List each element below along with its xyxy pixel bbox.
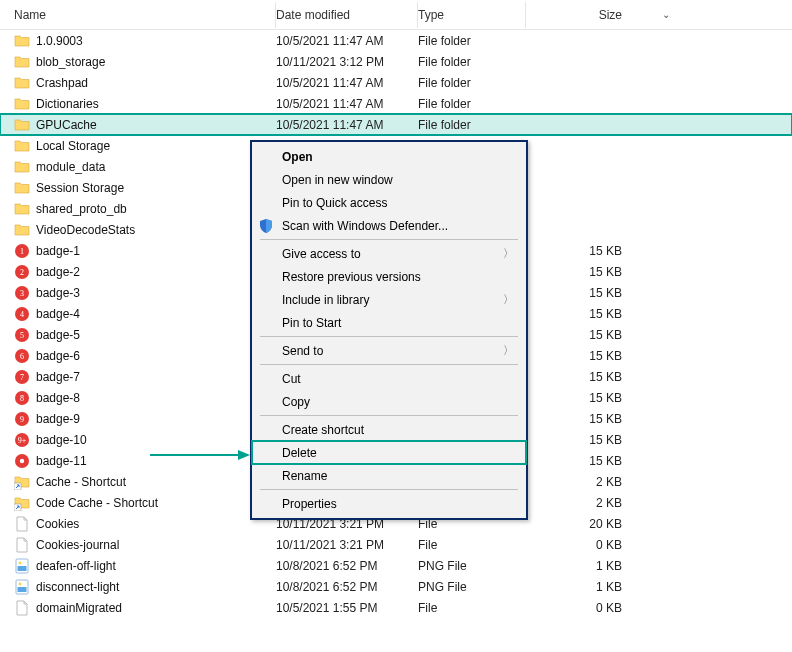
file-row[interactable]: Dictionaries 10/5/2021 11:47 AM File fol… bbox=[0, 93, 792, 114]
file-size-label: 15 KB bbox=[526, 370, 636, 384]
menu-item-label: Restore previous versions bbox=[282, 270, 421, 284]
file-icon bbox=[14, 537, 30, 553]
file-name-label: badge-9 bbox=[36, 412, 80, 426]
file-name-label: Dictionaries bbox=[36, 97, 99, 111]
file-row[interactable]: domainMigrated 10/5/2021 1:55 PM File 0 … bbox=[0, 597, 792, 618]
file-name-label: Crashpad bbox=[36, 76, 88, 90]
badge-icon: 1 bbox=[14, 243, 30, 259]
file-name-label: VideoDecodeStats bbox=[36, 223, 135, 237]
file-date-label: 10/5/2021 11:47 AM bbox=[276, 118, 418, 132]
folder-icon bbox=[14, 33, 30, 49]
file-type-label: File folder bbox=[418, 55, 526, 69]
svg-point-26 bbox=[19, 561, 22, 564]
png-icon bbox=[14, 579, 30, 595]
menu-item-give-access-to[interactable]: Give access to〉 bbox=[252, 242, 526, 265]
menu-item-cut[interactable]: Cut bbox=[252, 367, 526, 390]
file-icon bbox=[14, 600, 30, 616]
file-size-label: 0 KB bbox=[526, 538, 636, 552]
file-size-label: 15 KB bbox=[526, 391, 636, 405]
file-size-label: 2 KB bbox=[526, 475, 636, 489]
folder-icon bbox=[14, 117, 30, 133]
folder-icon bbox=[14, 201, 30, 217]
file-name-label: module_data bbox=[36, 160, 105, 174]
file-row[interactable]: deafen-off-light 10/8/2021 6:52 PM PNG F… bbox=[0, 555, 792, 576]
file-name-label: badge-11 bbox=[36, 454, 87, 468]
file-name-label: blob_storage bbox=[36, 55, 105, 69]
menu-item-label: Give access to bbox=[282, 247, 361, 261]
png-icon bbox=[14, 558, 30, 574]
file-name-label: deafen-off-light bbox=[36, 559, 116, 573]
file-type-label: File folder bbox=[418, 34, 526, 48]
menu-item-properties[interactable]: Properties bbox=[252, 492, 526, 515]
file-name-label: badge-10 bbox=[36, 433, 87, 447]
file-name-label: badge-7 bbox=[36, 370, 80, 384]
folder-icon bbox=[14, 159, 30, 175]
menu-item-pin-to-start[interactable]: Pin to Start bbox=[252, 311, 526, 334]
file-type-label: File bbox=[418, 601, 526, 615]
menu-item-pin-to-quick-access[interactable]: Pin to Quick access bbox=[252, 191, 526, 214]
menu-item-include-in-library[interactable]: Include in library〉 bbox=[252, 288, 526, 311]
column-header-size[interactable]: Size bbox=[526, 8, 636, 22]
file-row[interactable]: 1.0.9003 10/5/2021 11:47 AM File folder bbox=[0, 30, 792, 51]
svg-text:8: 8 bbox=[20, 394, 24, 403]
menu-item-send-to[interactable]: Send to〉 bbox=[252, 339, 526, 362]
file-size-label: 15 KB bbox=[526, 328, 636, 342]
menu-item-label: Include in library bbox=[282, 293, 369, 307]
context-menu: OpenOpen in new windowPin to Quick acces… bbox=[250, 140, 528, 520]
badge-icon: 5 bbox=[14, 327, 30, 343]
menu-item-open[interactable]: Open bbox=[252, 145, 526, 168]
shield-icon bbox=[258, 218, 274, 234]
file-name-label: Session Storage bbox=[36, 181, 124, 195]
svg-text:2: 2 bbox=[20, 268, 24, 277]
menu-item-delete[interactable]: Delete bbox=[252, 441, 526, 464]
menu-separator bbox=[260, 336, 518, 337]
column-header-type[interactable]: Type bbox=[418, 8, 526, 22]
menu-item-label: Cut bbox=[282, 372, 301, 386]
file-row[interactable]: Crashpad 10/5/2021 11:47 AM File folder bbox=[0, 72, 792, 93]
file-type-label: File bbox=[418, 538, 526, 552]
file-size-label: 1 KB bbox=[526, 559, 636, 573]
chevron-right-icon: 〉 bbox=[503, 343, 514, 358]
file-row[interactable]: blob_storage 10/11/2021 3:12 PM File fol… bbox=[0, 51, 792, 72]
file-type-label: File folder bbox=[418, 97, 526, 111]
column-header-date[interactable]: Date modified bbox=[276, 8, 418, 22]
file-icon bbox=[14, 516, 30, 532]
file-date-label: 10/8/2021 6:52 PM bbox=[276, 559, 418, 573]
svg-rect-28 bbox=[18, 587, 27, 592]
badge-icon: 8 bbox=[14, 390, 30, 406]
file-name-label: domainMigrated bbox=[36, 601, 122, 615]
file-row[interactable]: GPUCache 10/5/2021 11:47 AM File folder bbox=[0, 114, 792, 135]
menu-item-label: Scan with Windows Defender... bbox=[282, 219, 448, 233]
file-size-label: 15 KB bbox=[526, 433, 636, 447]
column-header-name[interactable]: Name bbox=[14, 8, 276, 22]
file-row[interactable]: Cookies-journal 10/11/2021 3:21 PM File … bbox=[0, 534, 792, 555]
menu-item-rename[interactable]: Rename bbox=[252, 464, 526, 487]
menu-separator bbox=[260, 364, 518, 365]
column-header-row: Name Date modified Type Size ⌄ bbox=[0, 0, 792, 30]
sort-dropdown-icon[interactable]: ⌄ bbox=[662, 9, 670, 20]
folder-icon bbox=[14, 54, 30, 70]
menu-item-copy[interactable]: Copy bbox=[252, 390, 526, 413]
file-type-label: File folder bbox=[418, 76, 526, 90]
svg-point-21 bbox=[20, 458, 24, 462]
badge-icon: 9+ bbox=[14, 432, 30, 448]
badge-icon: 6 bbox=[14, 348, 30, 364]
menu-item-label: Properties bbox=[282, 497, 337, 511]
menu-item-create-shortcut[interactable]: Create shortcut bbox=[252, 418, 526, 441]
folder-icon bbox=[14, 180, 30, 196]
file-row[interactable]: disconnect-light 10/8/2021 6:52 PM PNG F… bbox=[0, 576, 792, 597]
menu-separator bbox=[260, 415, 518, 416]
file-name-label: shared_proto_db bbox=[36, 202, 127, 216]
menu-item-label: Delete bbox=[282, 446, 317, 460]
file-size-label: 20 KB bbox=[526, 517, 636, 531]
shortcut-icon bbox=[14, 495, 30, 511]
menu-item-label: Create shortcut bbox=[282, 423, 364, 437]
menu-item-scan-with-windows-defender[interactable]: Scan with Windows Defender... bbox=[252, 214, 526, 237]
file-size-label: 15 KB bbox=[526, 349, 636, 363]
file-name-label: badge-4 bbox=[36, 307, 80, 321]
folder-icon bbox=[14, 222, 30, 238]
file-size-label: 15 KB bbox=[526, 286, 636, 300]
menu-item-restore-previous-versions[interactable]: Restore previous versions bbox=[252, 265, 526, 288]
badge-icon: 9 bbox=[14, 411, 30, 427]
menu-item-open-in-new-window[interactable]: Open in new window bbox=[252, 168, 526, 191]
